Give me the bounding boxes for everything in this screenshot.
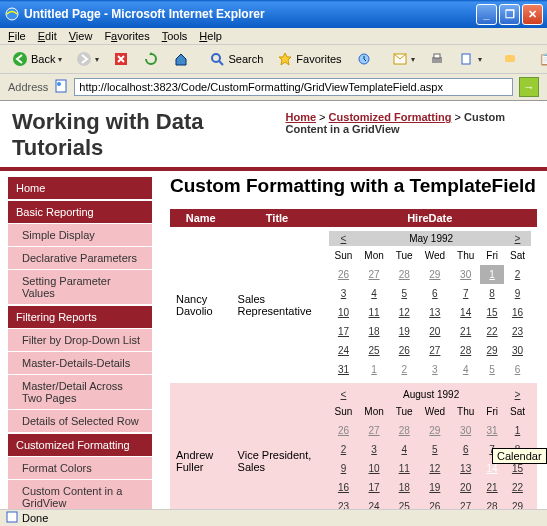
cal-day[interactable]: 27 [358, 265, 389, 284]
cal-day[interactable]: 4 [451, 360, 480, 379]
sidebar-item-2[interactable]: Simple Display [8, 223, 152, 246]
cal-day[interactable]: 11 [390, 459, 419, 478]
cal-day[interactable]: 1 [504, 421, 531, 440]
cal-day[interactable]: 16 [504, 303, 531, 322]
cal-day[interactable]: 5 [419, 440, 451, 459]
close-button[interactable]: ✕ [522, 4, 543, 25]
cal-day[interactable]: 21 [451, 322, 480, 341]
back-button[interactable]: Back▾ [8, 49, 66, 69]
home-button[interactable] [169, 49, 193, 69]
sidebar-item-6[interactable]: Filter by Drop-Down List [8, 328, 152, 351]
cal-day[interactable]: 3 [329, 284, 359, 303]
cal-day[interactable]: 19 [419, 478, 451, 497]
sidebar-header-1[interactable]: Basic Reporting [8, 201, 152, 223]
search-button[interactable]: Search [205, 49, 267, 69]
cal-day[interactable]: 6 [451, 440, 480, 459]
calendar[interactable]: <May 1992>SunMonTueWedThuFriSat262728293… [329, 231, 531, 379]
sidebar-header-10[interactable]: Customized Formatting [8, 434, 152, 456]
cal-next[interactable]: > [504, 231, 531, 246]
cal-day[interactable]: 17 [329, 322, 359, 341]
stop-button[interactable] [109, 49, 133, 69]
forward-button[interactable]: ▾ [72, 49, 103, 69]
cal-day[interactable]: 2 [329, 440, 359, 459]
cal-day[interactable]: 5 [390, 284, 419, 303]
cal-day[interactable]: 17 [358, 478, 389, 497]
cal-day[interactable]: 31 [480, 421, 504, 440]
print-button[interactable] [425, 49, 449, 69]
cal-day[interactable]: 5 [480, 360, 504, 379]
favorites-button[interactable]: Favorites [273, 49, 345, 69]
sidebar-item-3[interactable]: Declarative Parameters [8, 246, 152, 269]
cal-day[interactable]: 4 [390, 440, 419, 459]
cal-day[interactable]: 9 [504, 284, 531, 303]
cal-day[interactable]: 23 [504, 322, 531, 341]
sidebar-item-7[interactable]: Master-Details-Details [8, 351, 152, 374]
address-input[interactable] [74, 78, 513, 96]
col-title[interactable]: Title [232, 209, 323, 227]
cal-day[interactable]: 13 [451, 459, 480, 478]
menu-file[interactable]: File [8, 30, 26, 42]
menu-view[interactable]: View [69, 30, 93, 42]
cal-day[interactable]: 10 [329, 303, 359, 322]
menu-edit[interactable]: Edit [38, 30, 57, 42]
cal-day[interactable]: 3 [358, 440, 389, 459]
cal-day[interactable]: 1 [480, 265, 504, 284]
cal-day[interactable]: 20 [451, 478, 480, 497]
cal-next[interactable]: > [504, 387, 531, 402]
edit-button[interactable]: ▾ [455, 49, 486, 69]
cal-day[interactable]: 28 [390, 265, 419, 284]
cal-day[interactable]: 27 [358, 421, 389, 440]
cal-day[interactable]: 25 [358, 341, 389, 360]
cal-day[interactable]: 26 [329, 265, 359, 284]
sidebar-item-9[interactable]: Details of Selected Row [8, 409, 152, 432]
sidebar-item-11[interactable]: Format Colors [8, 456, 152, 479]
cal-day[interactable]: 30 [451, 265, 480, 284]
sidebar-header-0[interactable]: Home [8, 177, 152, 199]
cal-day[interactable]: 26 [390, 341, 419, 360]
minimize-button[interactable]: _ [476, 4, 497, 25]
cal-day[interactable]: 28 [390, 421, 419, 440]
cal-day[interactable]: 11 [358, 303, 389, 322]
sidebar-header-5[interactable]: Filtering Reports [8, 306, 152, 328]
cal-day[interactable]: 30 [504, 341, 531, 360]
cal-day[interactable]: 22 [504, 478, 531, 497]
cal-day[interactable]: 3 [419, 360, 451, 379]
menu-tools[interactable]: Tools [162, 30, 188, 42]
cal-day[interactable]: 19 [390, 322, 419, 341]
cal-day[interactable]: 29 [480, 341, 504, 360]
toolbar-extra-1[interactable]: 📋 [534, 49, 547, 69]
cal-day[interactable]: 12 [419, 459, 451, 478]
mail-button[interactable]: ▾ [388, 49, 419, 69]
menu-favorites[interactable]: Favorites [104, 30, 149, 42]
sidebar-item-8[interactable]: Master/Detail Across Two Pages [8, 374, 152, 409]
cal-day[interactable]: 29 [419, 421, 451, 440]
cal-day[interactable]: 24 [329, 341, 359, 360]
cal-day[interactable]: 18 [390, 478, 419, 497]
cal-day[interactable]: 22 [480, 322, 504, 341]
cal-day[interactable]: 27 [419, 341, 451, 360]
cal-prev[interactable]: < [329, 387, 359, 402]
cal-day[interactable]: 6 [504, 360, 531, 379]
cal-prev[interactable]: < [329, 231, 359, 246]
breadcrumb-section[interactable]: Customized Formatting [329, 111, 452, 123]
cal-day[interactable]: 29 [419, 265, 451, 284]
cal-day[interactable]: 31 [329, 360, 359, 379]
col-hiredate[interactable]: HireDate [323, 209, 537, 227]
cal-day[interactable]: 21 [480, 478, 504, 497]
go-button[interactable]: → [519, 77, 539, 97]
cal-day[interactable]: 10 [358, 459, 389, 478]
cal-day[interactable]: 12 [390, 303, 419, 322]
cal-day[interactable]: 28 [451, 341, 480, 360]
menu-help[interactable]: Help [199, 30, 222, 42]
cal-day[interactable]: 15 [480, 303, 504, 322]
sidebar-item-4[interactable]: Setting Parameter Values [8, 269, 152, 304]
cal-day[interactable]: 18 [358, 322, 389, 341]
history-button[interactable] [352, 49, 376, 69]
cal-day[interactable]: 2 [504, 265, 531, 284]
discuss-button[interactable] [498, 49, 522, 69]
cal-day[interactable]: 6 [419, 284, 451, 303]
cal-day[interactable]: 9 [329, 459, 359, 478]
cal-day[interactable]: 1 [358, 360, 389, 379]
cal-day[interactable]: 20 [419, 322, 451, 341]
maximize-button[interactable]: ❐ [499, 4, 520, 25]
